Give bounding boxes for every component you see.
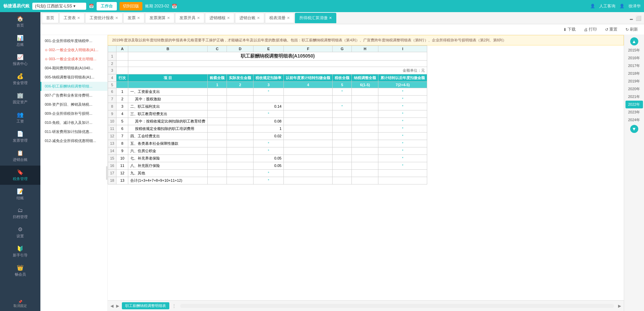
e-9[interactable]: * bbox=[253, 147, 284, 154]
left-panel-item-002[interactable]: ⊙ 002-一般企业收入明细表(A1... bbox=[40, 45, 107, 55]
unpin-button[interactable]: 📌 取消固定 bbox=[0, 297, 40, 311]
e-10[interactable]: 0.05 bbox=[253, 154, 284, 162]
h-9[interactable] bbox=[352, 147, 378, 154]
left-panel-item-003[interactable]: ⊙ 003-一般企业成本支出明细... bbox=[40, 55, 107, 64]
c-9[interactable] bbox=[208, 147, 227, 154]
e-5[interactable]: 0.08 bbox=[253, 117, 284, 125]
tab-minimize-button[interactable]: 🗕 bbox=[629, 15, 634, 21]
seq-10[interactable]: 10 bbox=[116, 154, 128, 162]
d-6[interactable] bbox=[227, 125, 253, 132]
d-10[interactable] bbox=[227, 154, 253, 162]
seq-11[interactable]: 11 bbox=[116, 162, 128, 169]
seq-2[interactable]: 2 bbox=[116, 95, 128, 103]
sidebar-item-invoice[interactable]: 📄 发票管理 bbox=[0, 127, 40, 146]
label-10[interactable]: 七、补充养老保险 bbox=[128, 154, 208, 162]
switch-mode-button[interactable]: 切到旧版 bbox=[120, 2, 142, 10]
workbench-button[interactable]: 工作台 bbox=[97, 2, 117, 10]
year-2022[interactable]: 2022年 bbox=[625, 101, 643, 108]
table-wrapper[interactable]: A B C D E F G H I bbox=[108, 45, 624, 301]
year-2017[interactable]: 2017年 bbox=[625, 62, 643, 70]
sidebar-item-vip[interactable]: 👑 畅会员 bbox=[0, 261, 40, 280]
c-11[interactable] bbox=[208, 162, 227, 169]
label-9[interactable]: 六、住房公积金 bbox=[128, 147, 208, 154]
left-panel-item-001[interactable]: 001-企业所得税年度纳税申... bbox=[40, 36, 107, 45]
h-8[interactable] bbox=[352, 140, 378, 147]
year-2018[interactable]: 2018年 bbox=[625, 70, 643, 77]
prev-sheet-button[interactable]: ◀ bbox=[110, 304, 113, 308]
sheet-tab-main[interactable]: 职工薪酬纳税调整明细表 bbox=[122, 302, 169, 309]
sidebar-item-assets[interactable]: 🏢 固定资产 bbox=[0, 89, 40, 108]
service-label[interactable]: 人工客询 bbox=[599, 3, 615, 9]
c-12[interactable] bbox=[208, 169, 227, 177]
d-12[interactable] bbox=[227, 169, 253, 177]
tab-payroll-close[interactable]: ✕ bbox=[77, 16, 80, 20]
sidebar-item-capital[interactable]: 💰 资金管理 bbox=[0, 70, 40, 89]
i-11[interactable]: * bbox=[378, 162, 427, 169]
d-8[interactable] bbox=[227, 140, 253, 147]
g-4[interactable] bbox=[333, 110, 352, 117]
d-3[interactable] bbox=[227, 103, 253, 110]
sidebar-item-closing[interactable]: 📝 结账 bbox=[0, 185, 40, 204]
h-7[interactable] bbox=[352, 132, 378, 140]
seq-3[interactable]: 3 bbox=[116, 103, 128, 110]
g-9[interactable] bbox=[333, 147, 352, 154]
tab-invoice-calc-close[interactable]: ✕ bbox=[167, 16, 170, 20]
d-2[interactable] bbox=[227, 95, 253, 103]
tab-tax-book-close[interactable]: ✕ bbox=[287, 16, 290, 20]
e-12[interactable]: * bbox=[253, 169, 284, 177]
seq-8[interactable]: 8 bbox=[116, 140, 128, 147]
year-scroll-down-button[interactable]: ▼ bbox=[630, 125, 638, 133]
g-11[interactable] bbox=[333, 162, 352, 169]
e-7[interactable]: 0.02 bbox=[253, 132, 284, 140]
sidebar-item-settings[interactable]: ⚙ 设置 bbox=[0, 223, 40, 242]
e-4[interactable]: * bbox=[253, 110, 284, 117]
i-13[interactable] bbox=[378, 177, 427, 184]
e-1[interactable]: * bbox=[253, 88, 284, 95]
h-3[interactable] bbox=[352, 103, 378, 110]
f-4[interactable] bbox=[284, 110, 333, 117]
cell-2a[interactable] bbox=[116, 60, 128, 67]
g-3[interactable]: * bbox=[333, 103, 352, 110]
e-11[interactable]: 0.05 bbox=[253, 162, 284, 169]
i-7[interactable]: * bbox=[378, 132, 427, 140]
company-selector[interactable]: (勾划) 江西皓宝-LSS ▾ bbox=[32, 3, 86, 10]
c-7[interactable] bbox=[208, 132, 227, 140]
d-9[interactable] bbox=[227, 147, 253, 154]
tab-tax-book[interactable]: 税表清册 ✕ bbox=[265, 13, 294, 23]
i-9[interactable]: * bbox=[378, 147, 427, 154]
left-panel-item-010[interactable]: 010-免税、减计收入及加计... bbox=[40, 118, 107, 127]
tab-maximize-button[interactable]: ⬜ bbox=[636, 15, 641, 21]
year-2020[interactable]: 2020年 bbox=[625, 85, 643, 93]
e-8[interactable]: * bbox=[253, 140, 284, 147]
f-7[interactable] bbox=[284, 132, 333, 140]
d-1[interactable] bbox=[227, 88, 253, 95]
c-5[interactable] bbox=[208, 117, 227, 125]
d-4[interactable] bbox=[227, 110, 253, 117]
sidebar-item-guide[interactable]: 🔰 新手引导 bbox=[0, 242, 40, 261]
f-3[interactable] bbox=[284, 103, 333, 110]
c-1[interactable] bbox=[208, 88, 227, 95]
seq-7[interactable]: 7 bbox=[116, 132, 128, 140]
sidebar-item-reports[interactable]: 📈 报表中心 bbox=[0, 50, 40, 70]
seq-4[interactable]: 4 bbox=[116, 110, 128, 117]
c-6[interactable] bbox=[208, 125, 227, 132]
next-sheet-button[interactable]: ▶ bbox=[116, 304, 119, 308]
label-13[interactable]: 合计(1+3+4+7+8+9+10+11+12) bbox=[128, 177, 208, 184]
sidebar-item-ledger[interactable]: 📊 总账 bbox=[0, 31, 40, 50]
c-2[interactable] bbox=[208, 95, 227, 103]
e-2[interactable] bbox=[253, 95, 284, 103]
year-scroll-up-button[interactable]: ▲ bbox=[630, 37, 638, 45]
download-button[interactable]: ⬇ 下载 bbox=[561, 26, 578, 33]
tab-invoice-close[interactable]: ✕ bbox=[137, 16, 140, 20]
refresh-button[interactable]: ↻ 刷新 bbox=[623, 26, 640, 33]
d-7[interactable] bbox=[227, 132, 253, 140]
label-1[interactable]: 一、工资薪金支出 bbox=[128, 88, 208, 95]
f-8[interactable] bbox=[284, 140, 333, 147]
e-3[interactable]: 0.14 bbox=[253, 103, 284, 110]
tab-invoice-issue[interactable]: 发票开具 ✕ bbox=[175, 13, 204, 23]
sidebar-item-tax[interactable]: 🔖 税务管理 bbox=[0, 166, 40, 185]
tab-purchase-check-close[interactable]: ✕ bbox=[227, 16, 230, 20]
tab-home[interactable]: 首页 bbox=[42, 13, 59, 23]
tab-purchase-ledger-close[interactable]: ✕ bbox=[257, 16, 260, 20]
year-2023[interactable]: 2023年 bbox=[625, 108, 643, 116]
